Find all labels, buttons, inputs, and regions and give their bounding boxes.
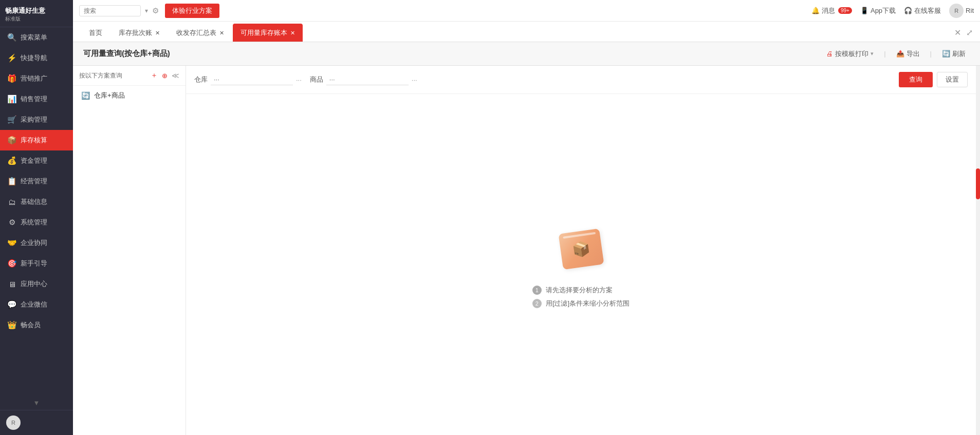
tab-batch-ledger[interactable]: 库存批次账 ✕ (111, 24, 168, 42)
sidebar-item-member[interactable]: 👑 畅会员 (0, 315, 73, 335)
chat-icon: 💬 (7, 300, 16, 309)
tab-available-ledger[interactable]: 可用量库存账本 ✕ (233, 24, 303, 42)
main-container: ▾ ⚙ 体验行业方案 🔔 消息 99+ 📱 App下载 🎧 在线客服 R Rit (73, 0, 980, 435)
cycle-icon: 🔄 (81, 91, 90, 100)
topbar-search-input[interactable] (79, 5, 141, 16)
online-service-label: 在线客服 (914, 6, 941, 15)
actions-divider-2: | (930, 50, 932, 58)
empty-hint-1: 1 请先选择要分析的方案 (532, 286, 630, 295)
notification-label: 消息 (822, 6, 835, 15)
sidebar-user-area[interactable]: R (0, 410, 73, 435)
hint-text-1: 请先选择要分析的方案 (546, 286, 613, 295)
chart-icon: 📊 (7, 94, 16, 104)
window-close-icon[interactable]: ✕ (954, 28, 961, 37)
headset-icon: 🎧 (904, 7, 912, 14)
target-icon: 🎯 (7, 259, 16, 268)
goods-more-icon[interactable]: ··· (412, 76, 417, 84)
tab-available-ledger-close[interactable]: ✕ (290, 30, 295, 36)
empty-box-face: 📦 (558, 229, 604, 270)
add-scheme-icon[interactable]: ＋ (151, 71, 158, 80)
filter-panel-title: 按以下方案查询 (79, 71, 146, 80)
settings-button[interactable]: 设置 (937, 72, 968, 87)
sidebar-item-label: 畅会员 (21, 320, 41, 330)
tab-batch-ledger-label: 库存批次账 (119, 28, 152, 37)
sidebar-item-wechat[interactable]: 💬 企业微信 (0, 294, 73, 315)
warehouse-more-icon[interactable]: ··· (296, 76, 302, 84)
printer-icon: 🖨 (826, 50, 833, 58)
collapse-panel-icon[interactable]: ≪ (172, 71, 179, 80)
sidebar-scroll-down[interactable]: ▼ (0, 396, 73, 410)
notification-item[interactable]: 🔔 消息 99+ (811, 6, 852, 15)
sidebar-item-sales[interactable]: 📊 销售管理 (0, 89, 73, 109)
sidebar-item-basic-info[interactable]: 🗂 基础信息 (0, 192, 73, 212)
tab-receipt-summary-close[interactable]: ✕ (219, 30, 224, 36)
scheme-settings-icon[interactable]: ⊕ (162, 72, 168, 80)
scrollbar-thumb[interactable] (976, 168, 980, 199)
crown-icon: 👑 (7, 320, 16, 330)
clipboard-icon: 📋 (7, 177, 16, 186)
refresh-label: 刷新 (952, 49, 966, 59)
query-area: 仓库 ··· 商品 ··· 查询 设置 📦 (186, 66, 976, 435)
filter-option-warehouse-goods[interactable]: 🔄 仓库+商品 (73, 86, 186, 105)
empty-illustration: 📦 (550, 221, 612, 277)
topbar-avatar: R (949, 4, 964, 18)
tab-home[interactable]: 首页 (81, 24, 110, 42)
sidebar-item-label: 企业微信 (21, 300, 47, 309)
filter-option-label: 仓库+商品 (94, 91, 125, 100)
sidebar-item-system[interactable]: ⚙ 系统管理 (0, 212, 73, 233)
page-actions: 🖨 按模板打印 ▾ | 📤 导出 | 🔄 刷新 (822, 47, 970, 61)
notification-count: 99+ (838, 7, 852, 14)
tabbar: 首页 库存批次账 ✕ 收发存汇总表 ✕ 可用量库存账本 ✕ ✕ ⤢ (73, 22, 980, 42)
query-button[interactable]: 查询 (899, 72, 933, 87)
sidebar-item-shortcut[interactable]: ⚡ 快捷导航 (0, 48, 73, 68)
sidebar-item-finance[interactable]: 💰 资金管理 (0, 150, 73, 171)
sidebar-item-label: 系统管理 (21, 218, 47, 227)
hint-text-2: 用[过滤]条件来缩小分析范围 (546, 299, 630, 308)
topbar-right: 🔔 消息 99+ 📱 App下载 🎧 在线客服 R Rit (811, 4, 974, 18)
trial-btn[interactable]: 体验行业方案 (165, 4, 219, 18)
refresh-icon: 🔄 (942, 50, 950, 58)
print-template-btn[interactable]: 🖨 按模板打印 ▾ (822, 47, 878, 61)
goods-input[interactable] (326, 74, 409, 85)
topbar-gear-icon[interactable]: ⚙ (152, 6, 159, 15)
money-icon: 💰 (7, 156, 16, 165)
warehouse-label: 仓库 (194, 75, 208, 84)
warehouse-input[interactable] (211, 74, 293, 85)
sidebar-item-purchase[interactable]: 🛒 采购管理 (0, 109, 73, 130)
sidebar-item-inventory[interactable]: 📦 库存核算 (0, 130, 73, 150)
sidebar: 畅康通好生意 标准版 🔍 搜索菜单 ⚡ 快捷导航 🎁 营销推广 📊 销售管理 🛒… (0, 0, 73, 435)
online-service-item[interactable]: 🎧 在线客服 (904, 6, 941, 15)
sidebar-item-app-center[interactable]: 🖥 应用中心 (0, 274, 73, 294)
sidebar-item-operations[interactable]: 📋 经营管理 (0, 171, 73, 192)
sidebar-item-search[interactable]: 🔍 搜索菜单 (0, 27, 73, 48)
export-btn[interactable]: 📤 导出 (892, 47, 924, 61)
sidebar-item-label: 库存核算 (21, 136, 47, 145)
goods-filter: 商品 ··· (310, 74, 417, 85)
page-title: 可用量查询(按仓库+商品) (83, 49, 822, 59)
tab-receipt-summary-label: 收发存汇总表 (176, 28, 216, 37)
tab-receipt-summary[interactable]: 收发存汇总表 ✕ (169, 24, 232, 42)
sidebar-item-label: 经营管理 (21, 177, 47, 186)
right-scrollbar[interactable] (976, 66, 980, 435)
dropdown-chevron-icon[interactable]: ▾ (145, 7, 148, 14)
window-expand-icon[interactable]: ⤢ (966, 28, 973, 37)
page-header: 可用量查询(按仓库+商品) 🖨 按模板打印 ▾ | 📤 导出 | 🔄 刷新 (73, 42, 980, 66)
filter-panel-header: 按以下方案查询 ＋ ⊕ ≪ (73, 66, 186, 86)
sidebar-item-newbie[interactable]: 🎯 新手引导 (0, 253, 73, 274)
tab-home-label: 首页 (89, 28, 102, 37)
topbar: ▾ ⚙ 体验行业方案 🔔 消息 99+ 📱 App下载 🎧 在线客服 R Rit (73, 0, 980, 22)
sidebar-item-enterprise[interactable]: 🤝 企业协同 (0, 233, 73, 253)
warehouse-filter: 仓库 ··· (194, 74, 302, 85)
sidebar-item-marketing[interactable]: 🎁 营销推广 (0, 68, 73, 89)
sidebar-scroll: 🔍 搜索菜单 ⚡ 快捷导航 🎁 营销推广 📊 销售管理 🛒 采购管理 📦 库存核… (0, 27, 73, 396)
gear-icon: ⚙ (7, 218, 16, 227)
user-profile-item[interactable]: R Rit (949, 4, 974, 18)
print-template-label: 按模板打印 (835, 49, 868, 59)
tab-batch-ledger-close[interactable]: ✕ (155, 30, 160, 36)
sidebar-item-label: 新手引导 (21, 259, 47, 268)
refresh-btn[interactable]: 🔄 刷新 (938, 47, 970, 61)
sidebar-avatar: R (6, 415, 21, 430)
app-download-item[interactable]: 📱 App下载 (860, 6, 896, 15)
app-download-label: App下载 (871, 6, 896, 15)
print-dropdown-icon[interactable]: ▾ (871, 50, 874, 57)
